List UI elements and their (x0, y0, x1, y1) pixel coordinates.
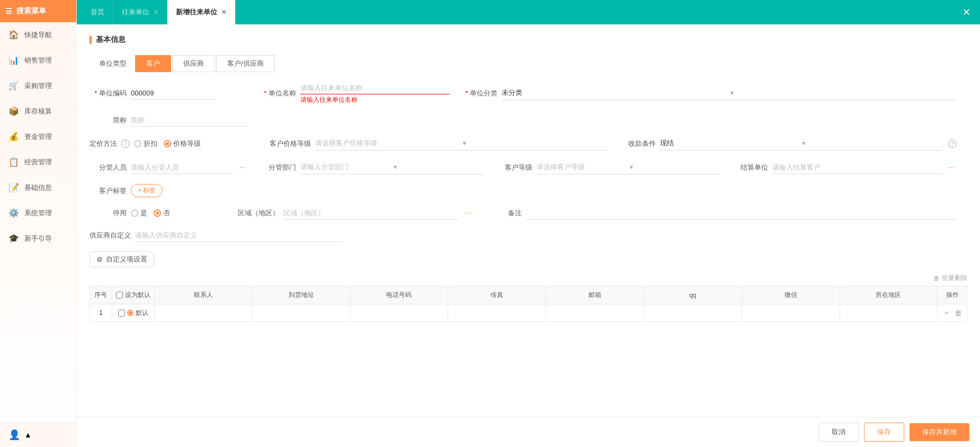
pricing-radio-group: 折扣 价格等级 (134, 139, 201, 148)
contact-table-section: 🗑 批量删除 序号 设为默认 联系人 到货 (90, 274, 967, 322)
cell-contact[interactable] (154, 304, 252, 322)
disabled-group: 停用 是 否 (90, 208, 238, 218)
dept-select[interactable]: 请输入分管部门 ▼ (300, 160, 485, 174)
sidebar-item-guide[interactable]: 🎓 新手引导 (0, 226, 76, 251)
save-new-button[interactable]: 保存并新增 (910, 423, 969, 441)
payment-terms-select[interactable]: 现结 ▼ (660, 136, 942, 151)
disabled-yes[interactable]: 是 (131, 208, 147, 218)
manager-more-btn[interactable]: ··· (237, 163, 248, 172)
custom-settings-btn[interactable]: ⚙ 自定义项设置 (90, 251, 154, 267)
sidebar-item-finance[interactable]: 💰 资金管理 (0, 124, 76, 150)
type-btn-customer[interactable]: 客户 (135, 55, 171, 72)
payment-terms-group: 收款条件 现结 ▼ ? (619, 136, 968, 151)
settlement-more-btn[interactable]: ··· (946, 163, 957, 172)
cell-index: 1 (90, 304, 112, 322)
region-input[interactable] (283, 207, 458, 220)
cancel-button[interactable]: 取消 (818, 423, 859, 442)
type-btn-supplier[interactable]: 供应商 (172, 55, 215, 72)
form-content: 基本信息 单位类型 客户 供应商 客户/供应商 * 单位编码 (77, 24, 980, 417)
email-input[interactable] (549, 309, 640, 317)
search-menu-btn[interactable]: ☰ 搜索菜单 (0, 0, 76, 22)
qq-input[interactable] (647, 309, 738, 317)
region-more-btn[interactable]: ··· (462, 208, 474, 218)
col-index: 序号 (90, 286, 112, 304)
sidebar-item-label: 快捷导航 (24, 30, 52, 40)
sidebar-footer[interactable]: 👤 ▲ (0, 422, 76, 447)
sidebar-item-sales[interactable]: 📊 销售管理 (0, 48, 76, 73)
phone-input[interactable] (354, 309, 445, 317)
sidebar-item-label: 基础信息 (24, 183, 52, 192)
add-row-icon[interactable]: ＋ (943, 308, 950, 318)
select-all-checkbox[interactable] (116, 292, 123, 299)
type-btn-both[interactable]: 客户/供应商 (216, 55, 275, 72)
tab-new-trade-unit-close[interactable]: ✕ (221, 9, 226, 16)
address-input[interactable] (256, 309, 347, 317)
sidebar-item-basic-info[interactable]: 📝 基础信息 (0, 175, 76, 200)
delete-row-icon[interactable]: 🗑 (955, 309, 962, 317)
required-star3: * (465, 89, 468, 97)
fax-input[interactable] (451, 309, 542, 317)
remark-input[interactable] (526, 207, 957, 220)
sidebar-item-system[interactable]: ⚙️ 系统管理 (0, 200, 76, 226)
disabled-radio-group: 是 否 (131, 208, 170, 218)
disabled-no[interactable]: 否 (154, 208, 170, 218)
cell-phone[interactable] (350, 304, 448, 322)
unit-type-label: 单位类型 (90, 59, 127, 68)
tab-bar-close-btn[interactable]: ✕ (958, 6, 975, 18)
tab-new-trade-unit[interactable]: 新增往来单位 ✕ (167, 0, 235, 24)
row-default-radio[interactable]: 默认 (127, 309, 148, 318)
unit-name-input-group: 请输入往来单位名称 (300, 82, 450, 104)
settlement-input[interactable] (772, 161, 941, 174)
sidebar-item-quick-nav[interactable]: 🏠 快捷导航 (0, 22, 76, 48)
manager-input[interactable] (131, 161, 233, 174)
row-checkbox[interactable] (118, 310, 125, 317)
batch-delete-btn[interactable]: 🗑 批量删除 (933, 274, 967, 283)
tab-trade-unit-close[interactable]: ✕ (154, 9, 158, 16)
customer-level-select[interactable]: 请选择客户等级 ▼ (537, 160, 721, 174)
unit-category-caret: ▼ (729, 90, 957, 96)
sidebar-item-label: 新手引导 (24, 234, 52, 243)
pricing-radio-discount[interactable]: 折扣 (134, 139, 157, 148)
customer-price-select[interactable]: 请选择客户价格等级 ▼ (315, 136, 608, 151)
wechat-input[interactable] (745, 309, 836, 317)
region-table-input[interactable] (843, 309, 934, 317)
finance-icon: 💰 (8, 132, 19, 142)
settlement-group: 结算单位 ··· (731, 161, 967, 174)
default-label: 默认 (136, 309, 148, 318)
add-tag-btn[interactable]: + 标签 (131, 184, 163, 197)
unit-category-select[interactable]: 未分类 ▼ (502, 86, 957, 100)
payment-help-icon[interactable]: ? (948, 139, 957, 148)
unit-name-input[interactable] (300, 82, 450, 94)
customer-tag-label: 客户标签 (90, 186, 127, 196)
tab-home-label: 首页 (91, 7, 104, 17)
tab-new-trade-unit-label: 新增往来单位 (176, 7, 217, 17)
sidebar-item-label: 采购管理 (24, 81, 52, 91)
cell-region[interactable] (840, 304, 938, 322)
unit-code-name-row: * 单位编码 * 单位名称 请输入往来单位名称 * 单位分类 (90, 82, 967, 104)
pricing-help-icon[interactable]: ? (121, 139, 130, 148)
supplier-custom-input[interactable] (135, 229, 344, 242)
col-email: 邮箱 (546, 286, 644, 304)
sidebar-item-purchase[interactable]: 🛒 采购管理 (0, 73, 76, 99)
cell-qq[interactable] (644, 304, 742, 322)
disabled-region-row: 停用 是 否 区域（地区） ··· 备注 (90, 207, 967, 220)
cell-email[interactable] (546, 304, 644, 322)
pricing-radio-level[interactable]: 价格等级 (164, 139, 201, 148)
unit-code-input[interactable] (131, 87, 216, 100)
tab-trade-unit[interactable]: 往来单位 ✕ (113, 0, 167, 24)
tab-home[interactable]: 首页 (82, 0, 113, 24)
dept-placeholder: 请输入分管部门 (300, 162, 393, 172)
payment-terms-value: 现结 (660, 138, 801, 148)
cell-wechat[interactable] (742, 304, 840, 322)
customer-price-caret: ▼ (461, 140, 608, 146)
contact-input[interactable] (158, 309, 249, 317)
short-name-input[interactable] (131, 114, 248, 127)
sidebar-item-operations[interactable]: 📋 经营管理 (0, 150, 76, 175)
unit-type-row: 单位类型 客户 供应商 客户/供应商 (90, 55, 967, 72)
cell-address[interactable] (252, 304, 350, 322)
region-label: 区域（地区） (238, 208, 279, 218)
tab-bar: 首页 往来单位 ✕ 新增往来单位 ✕ ✕ (77, 0, 980, 24)
save-button[interactable]: 保存 (864, 423, 904, 442)
sidebar-item-inventory[interactable]: 📦 库存核算 (0, 99, 76, 124)
cell-fax[interactable] (448, 304, 546, 322)
